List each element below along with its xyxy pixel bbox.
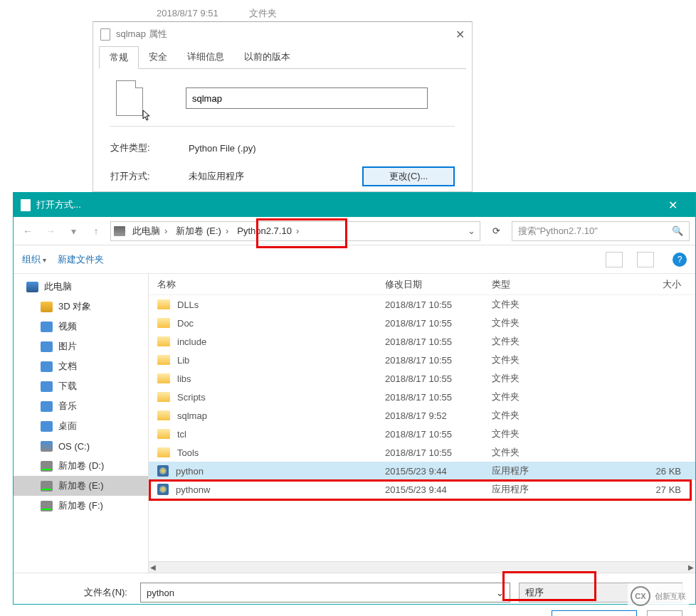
sidebar-item[interactable]: OS (C:) xyxy=(14,436,148,456)
sidebar-item[interactable]: 此电脑 xyxy=(14,277,148,297)
filename-combobox[interactable]: python ⌄ xyxy=(140,583,510,602)
filetype-value: Python File (.py) xyxy=(189,143,256,154)
folder-icon xyxy=(157,410,170,420)
table-row[interactable]: python2015/5/23 9:44应用程序26 KB xyxy=(149,462,695,480)
filename-label: 文件名(N): xyxy=(56,586,127,599)
table-row[interactable]: libs2018/8/17 10:55文件夹 xyxy=(149,369,695,388)
sidebar-item-label: 此电脑 xyxy=(44,280,72,293)
navigation-tree[interactable]: 此电脑3D 对象视频图片文档下载音乐桌面OS (C:)新加卷 (D:)新加卷 (… xyxy=(14,274,149,573)
file-type: 文件夹 xyxy=(492,298,599,311)
table-row[interactable]: sqlmap2018/8/17 9:52文件夹 xyxy=(149,406,695,425)
open-dialog-title-text: 打开方式... xyxy=(36,198,81,211)
table-row[interactable]: Tools2018/8/17 10:55文件夹 xyxy=(149,443,695,462)
breadcrumb-pc[interactable]: 此电脑 xyxy=(128,222,172,240)
sidebar-item-label: 3D 对象 xyxy=(58,300,91,313)
open-dialog-titlebar[interactable]: 打开方式... ✕ xyxy=(14,193,695,217)
forward-button[interactable]: → xyxy=(42,223,59,240)
file-type: 文件夹 xyxy=(492,317,599,329)
os-icon xyxy=(41,441,53,452)
table-row[interactable]: pythonw2015/5/23 9:44应用程序27 KB xyxy=(149,480,695,499)
cancel-button[interactable]: 取 xyxy=(647,610,682,616)
folder-icon xyxy=(157,336,170,346)
sidebar-item[interactable]: 音乐 xyxy=(14,396,148,416)
folder-icon xyxy=(157,429,170,439)
file-name: sqlmap xyxy=(177,410,207,421)
organize-menu[interactable]: 组织 xyxy=(22,253,46,266)
folder-icon xyxy=(157,373,170,383)
sidebar-item[interactable]: 下载 xyxy=(14,376,148,396)
back-button[interactable]: ← xyxy=(19,223,36,240)
help-icon[interactable]: ? xyxy=(673,253,687,267)
column-type[interactable]: 类型 xyxy=(492,278,599,291)
music-icon xyxy=(41,401,53,412)
3d-icon xyxy=(41,302,53,312)
table-row[interactable]: tcl2018/8/17 10:55文件夹 xyxy=(149,425,695,443)
sidebar-item[interactable]: 新加卷 (E:) xyxy=(14,476,148,496)
file-type: 文件夹 xyxy=(492,409,599,422)
search-placeholder: 搜索"Python2.7.10" xyxy=(518,225,598,238)
file-type: 文件夹 xyxy=(492,335,599,348)
chevron-down-icon[interactable]: ⌄ xyxy=(468,225,475,236)
sidebar-item[interactable]: 视频 xyxy=(14,317,148,336)
drive-icon xyxy=(41,461,53,472)
preview-pane-icon[interactable] xyxy=(637,252,654,267)
exe-icon xyxy=(157,484,169,495)
exe-icon xyxy=(157,465,169,477)
document-icon xyxy=(100,28,110,41)
video-icon xyxy=(41,322,53,332)
breadcrumb-folder[interactable]: Python2.7.10 xyxy=(233,222,303,240)
sidebar-item-label: 新加卷 (F:) xyxy=(58,499,103,512)
table-row[interactable]: DLLs2018/8/17 10:55文件夹 xyxy=(149,295,695,314)
recent-dropdown[interactable]: ▾ xyxy=(65,223,82,240)
file-list: 名称 修改日期 类型 大小 DLLs2018/8/17 10:55文件夹Doc2… xyxy=(149,274,695,573)
tab-details[interactable]: 详细信息 xyxy=(177,46,234,68)
change-button[interactable]: 更改(C)... xyxy=(362,166,455,186)
folder-icon xyxy=(157,392,170,402)
folder-icon xyxy=(157,318,170,328)
drive-icon xyxy=(41,501,53,511)
column-name[interactable]: 名称 xyxy=(157,278,385,291)
dl-icon xyxy=(41,381,53,392)
refresh-button[interactable]: ⟳ xyxy=(486,221,506,241)
tab-security[interactable]: 安全 xyxy=(139,46,177,68)
search-input[interactable]: 搜索"Python2.7.10" 🔍 xyxy=(512,221,690,241)
pc-icon xyxy=(114,226,125,236)
sidebar-item[interactable]: 新加卷 (D:) xyxy=(14,456,148,476)
drive-icon xyxy=(41,481,53,492)
file-name: libs xyxy=(177,373,191,384)
column-date[interactable]: 修改日期 xyxy=(385,278,492,291)
breadcrumb[interactable]: 此电脑 新加卷 (E:) Python2.7.10 ⌄ xyxy=(110,221,480,241)
horizontal-scrollbar[interactable]: ◀▶ xyxy=(149,561,695,573)
tab-general[interactable]: 常规 xyxy=(99,46,139,69)
view-options-icon[interactable] xyxy=(606,252,623,267)
sidebar-item[interactable]: 图片 xyxy=(14,336,148,356)
search-icon: 🔍 xyxy=(672,225,683,236)
file-date: 2018/8/17 10:55 xyxy=(385,355,492,366)
breadcrumb-drive[interactable]: 新加卷 (E:) xyxy=(172,222,233,240)
sidebar-item-label: 视频 xyxy=(58,320,77,333)
file-name: DLLs xyxy=(177,299,199,310)
sidebar-item[interactable]: 文档 xyxy=(14,356,148,376)
file-date: 2018/8/17 10:55 xyxy=(385,318,492,329)
properties-titlebar[interactable]: sqlmap 属性 ✕ xyxy=(93,22,472,46)
table-row[interactable]: Scripts2018/8/17 10:55文件夹 xyxy=(149,388,695,406)
sidebar-item[interactable]: 3D 对象 xyxy=(14,297,148,317)
table-row[interactable]: Doc2018/8/17 10:55文件夹 xyxy=(149,314,695,332)
chevron-down-icon: ⌄ xyxy=(496,588,504,598)
sidebar-item[interactable]: 新加卷 (F:) xyxy=(14,496,148,516)
tab-previous-versions[interactable]: 以前的版本 xyxy=(234,46,300,68)
table-row[interactable]: include2018/8/17 10:55文件夹 xyxy=(149,332,695,351)
up-button[interactable]: ↑ xyxy=(88,223,105,240)
properties-title-text: sqlmap 属性 xyxy=(116,28,167,41)
doc-icon xyxy=(41,361,53,372)
sidebar-item[interactable]: 桌面 xyxy=(14,416,148,436)
open-button[interactable]: 打开(O) xyxy=(552,610,637,616)
column-size[interactable]: 大小 xyxy=(599,278,695,291)
close-icon[interactable]: ✕ xyxy=(657,198,688,212)
close-icon[interactable]: ✕ xyxy=(455,28,465,41)
filename-input[interactable] xyxy=(186,87,428,109)
file-date: 2018/8/17 10:55 xyxy=(385,429,492,440)
table-row[interactable]: Lib2018/8/17 10:55文件夹 xyxy=(149,351,695,369)
new-folder-button[interactable]: 新建文件夹 xyxy=(58,253,104,266)
file-date: 2018/8/17 10:55 xyxy=(385,373,492,384)
